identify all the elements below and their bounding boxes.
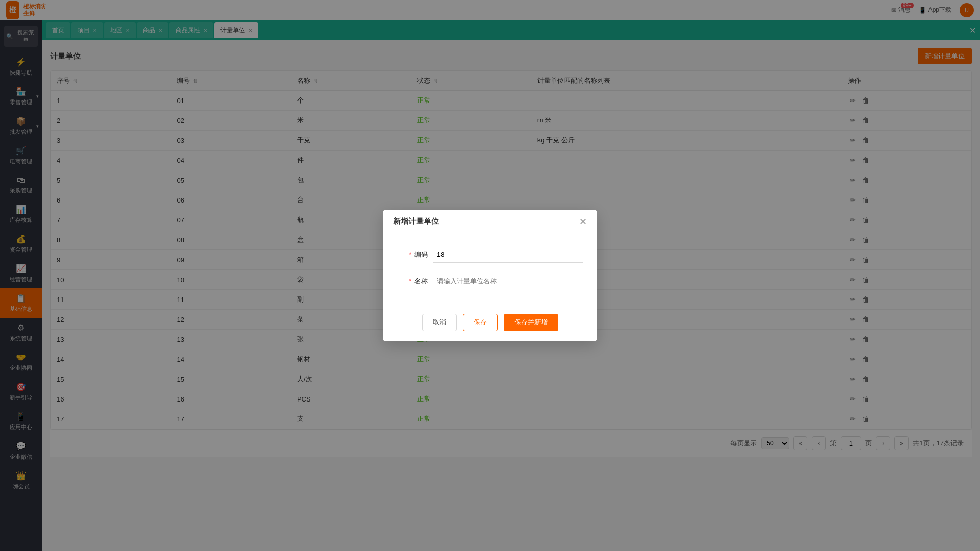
cancel-button[interactable]: 取消 bbox=[422, 314, 457, 331]
required-mark: * bbox=[409, 277, 411, 285]
add-unit-modal: 新增计量单位 ✕ * 编码 * 名称 取消 保存 保存并新增 bbox=[383, 210, 597, 341]
modal-header: 新增计量单位 ✕ bbox=[383, 210, 597, 234]
modal-footer: 取消 保存 保存并新增 bbox=[383, 308, 597, 341]
name-label: * 名称 bbox=[397, 277, 428, 286]
save-button[interactable]: 保存 bbox=[463, 314, 498, 331]
name-input[interactable] bbox=[433, 273, 583, 289]
modal-title: 新增计量单位 bbox=[393, 217, 439, 227]
code-input[interactable] bbox=[433, 246, 583, 263]
modal-close-button[interactable]: ✕ bbox=[579, 217, 587, 227]
modal-body: * 编码 * 名称 bbox=[383, 234, 597, 308]
code-label: * 编码 bbox=[397, 250, 428, 259]
modal-overlay: 新增计量单位 ✕ * 编码 * 名称 取消 保存 保存并新增 bbox=[0, 0, 980, 551]
name-form-row: * 名称 bbox=[397, 273, 583, 289]
save-and-new-button[interactable]: 保存并新增 bbox=[504, 314, 558, 331]
code-form-row: * 编码 bbox=[397, 246, 583, 263]
required-mark: * bbox=[409, 251, 411, 258]
